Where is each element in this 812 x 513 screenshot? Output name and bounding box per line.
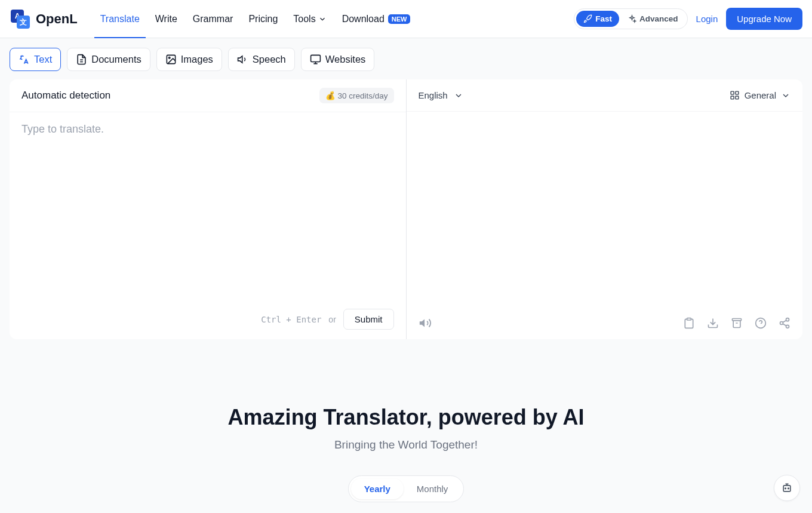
header: A 文 OpenL Translate Write Grammar Pricin… [0, 0, 812, 38]
header-right: Fast Advanced Login Upgrade Now [574, 8, 802, 30]
login-link[interactable]: Login [696, 14, 718, 24]
svg-point-18 [785, 488, 786, 489]
nav-tools[interactable]: Tools [287, 0, 332, 38]
hero-section: Amazing Translator, powered by AI Bringi… [10, 339, 802, 513]
svg-rect-11 [687, 318, 691, 320]
monitor-icon [310, 54, 321, 65]
volume-icon [419, 317, 432, 330]
floating-assistant-button[interactable] [774, 475, 800, 501]
mode-fast-label: Fast [595, 14, 612, 23]
copy-button[interactable] [683, 317, 695, 329]
sparkles-icon [628, 14, 636, 23]
archive-button[interactable] [731, 317, 743, 329]
tab-images[interactable]: Images [156, 48, 222, 71]
tab-speech[interactable]: Speech [228, 48, 295, 71]
translate-icon [19, 54, 30, 65]
target-panel: English General [407, 79, 803, 339]
share-button[interactable] [779, 317, 791, 329]
chevron-down-icon [781, 91, 791, 100]
domain-selector[interactable]: General [730, 90, 791, 100]
nav-download-label: Download [342, 14, 385, 24]
credits-badge[interactable]: 💰 30 credits/day [319, 88, 394, 103]
mode-advanced-label: Advanced [639, 14, 678, 23]
source-panel: Automatic detection 💰 30 credits/day Ctr… [10, 79, 407, 339]
mode-advanced[interactable]: Advanced [620, 11, 685, 27]
source-panel-header: Automatic detection 💰 30 credits/day [10, 79, 406, 112]
chevron-down-icon [318, 15, 327, 23]
clipboard-icon [683, 317, 695, 329]
document-icon [76, 54, 87, 65]
tab-text[interactable]: Text [10, 48, 61, 71]
target-language-label: English [419, 90, 448, 100]
svg-point-14 [786, 318, 789, 321]
shortcut-or: or [328, 315, 336, 324]
credits-emoji: 💰 [325, 91, 336, 100]
target-actions [683, 317, 791, 329]
period-monthly[interactable]: Monthly [404, 478, 462, 499]
upgrade-button[interactable]: Upgrade Now [726, 8, 802, 30]
help-button[interactable] [755, 317, 767, 329]
mode-toggle: Fast Advanced [574, 8, 687, 29]
svg-rect-7 [731, 91, 734, 94]
nav-grammar[interactable]: Grammar [187, 0, 239, 38]
bot-icon [781, 482, 793, 494]
input-type-tabs: Text Documents Images Speech Websites [10, 48, 802, 71]
archive-icon [731, 317, 743, 329]
period-yearly[interactable]: Yearly [351, 478, 404, 499]
svg-rect-9 [731, 96, 734, 99]
nav-write[interactable]: Write [149, 0, 183, 38]
hero-subtitle: Bringing the World Together! [21, 438, 791, 451]
tab-documents[interactable]: Documents [67, 48, 150, 71]
svg-rect-8 [736, 91, 739, 94]
rocket-icon [583, 14, 592, 23]
svg-text:文: 文 [19, 18, 27, 26]
submit-button[interactable]: Submit [343, 309, 394, 330]
target-language-selector[interactable]: English [419, 90, 463, 100]
source-language-selector[interactable]: Automatic detection [21, 90, 110, 102]
target-panel-header: English General [407, 79, 803, 112]
nav-pricing[interactable]: Pricing [242, 0, 284, 38]
main-nav: Translate Write Grammar Pricing Tools Do… [94, 0, 417, 38]
domain-label: General [745, 90, 776, 100]
source-text-input[interactable] [21, 123, 394, 291]
svg-point-16 [786, 325, 789, 328]
new-badge: NEW [388, 14, 411, 24]
hero-title: Amazing Translator, powered by AI [21, 405, 791, 430]
image-icon [165, 54, 177, 65]
share-icon [779, 317, 791, 329]
tab-speech-label: Speech [253, 54, 286, 65]
grid-icon [730, 90, 740, 100]
nav-tools-label: Tools [293, 14, 315, 24]
svg-point-19 [788, 488, 789, 489]
svg-point-15 [780, 322, 783, 325]
mode-fast[interactable]: Fast [576, 11, 619, 27]
logo[interactable]: A 文 OpenL [10, 8, 78, 30]
chevron-down-icon [454, 91, 463, 100]
logo-icon: A 文 [10, 8, 31, 30]
help-circle-icon [755, 317, 767, 329]
tab-documents-label: Documents [91, 54, 141, 65]
tab-images-label: Images [181, 54, 213, 65]
svg-point-5 [168, 57, 170, 59]
credits-text: 30 credits/day [337, 91, 387, 100]
tab-websites-label: Websites [325, 54, 366, 65]
source-panel-body [10, 112, 406, 302]
nav-download[interactable]: Download NEW [336, 0, 417, 38]
listen-button[interactable] [419, 317, 432, 330]
download-button[interactable] [707, 317, 719, 329]
translator-box: Automatic detection 💰 30 credits/day Ctr… [10, 79, 802, 339]
content-area: Text Documents Images Speech Websites Au… [0, 38, 812, 513]
download-icon [707, 317, 719, 329]
nav-translate[interactable]: Translate [94, 0, 146, 38]
tab-websites[interactable]: Websites [301, 48, 375, 71]
svg-rect-6 [310, 55, 320, 62]
target-panel-body [407, 112, 803, 309]
speaker-icon [237, 54, 248, 65]
brand-name: OpenL [36, 11, 78, 27]
shortcut-hint: Ctrl + Enter [261, 315, 321, 324]
billing-period-toggle: Yearly Monthly [348, 475, 465, 502]
svg-rect-10 [736, 96, 739, 99]
target-panel-footer [407, 309, 803, 339]
tab-text-label: Text [34, 54, 52, 65]
svg-rect-12 [733, 319, 742, 321]
